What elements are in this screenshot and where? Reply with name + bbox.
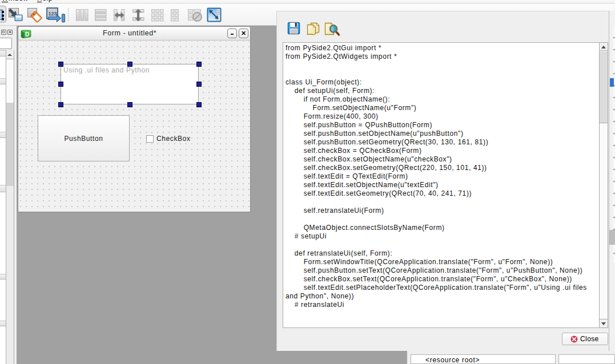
svg-text:123: 123 xyxy=(49,11,57,17)
svg-text:D: D xyxy=(25,31,29,38)
